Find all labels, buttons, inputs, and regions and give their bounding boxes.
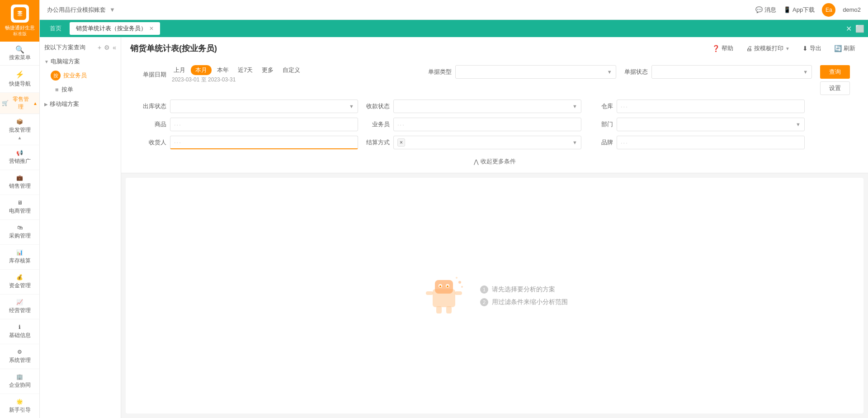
help-label: 帮助 (722, 44, 733, 52)
group-label: 移动端方案 (50, 100, 79, 108)
sidebar-item-label: 批发管理 (9, 126, 31, 134)
settings-button[interactable]: 设置 (820, 81, 850, 95)
help-btn[interactable]: ❓ 帮助 (708, 43, 737, 54)
logo-text: 畅捷通好生意 (5, 24, 35, 31)
workspace-dropdown-icon[interactable]: ▼ (109, 6, 115, 13)
tag-x-close[interactable]: × (400, 139, 403, 146)
app-download-btn[interactable]: 📱 App下载 (783, 6, 815, 14)
settlement-input[interactable]: × ▼ (393, 136, 581, 149)
sidebar-item-retail[interactable]: 🛒 零售管理 ▲ (0, 93, 39, 114)
sidebar-item-system[interactable]: ⚙ 系统管理 (0, 344, 39, 369)
sidebar-item-guide[interactable]: 🌟 新手引导 (0, 394, 39, 418)
inventory-icon: 📊 (16, 249, 23, 256)
scheme-group-mobile: ▶ 移动端方案 (40, 98, 121, 110)
date-tab-7days[interactable]: 近7天 (234, 65, 256, 75)
brand-input[interactable]: ··· (617, 136, 805, 149)
sidebar-item-quick-nav[interactable]: ⚡ 快捷导航 (0, 66, 39, 93)
date-tab-more[interactable]: 更多 (258, 65, 277, 75)
query-button[interactable]: 查询 (820, 65, 850, 79)
refresh-btn[interactable]: 🔄 刷新 (830, 43, 859, 54)
app-download-label: App下载 (793, 6, 815, 14)
receipt-status-select[interactable]: ▼ (393, 100, 581, 113)
print-btn[interactable]: 🖨 按模板打印 ▼ (742, 43, 793, 54)
goods-input[interactable]: ··· (170, 118, 358, 131)
sidebar-item-wholesale[interactable]: 📦 批发管理 ▲ (0, 114, 39, 145)
sidebar-item-label: 资金管理 (9, 282, 31, 290)
dropdown-arrow-icon: ▼ (803, 69, 808, 75)
hint-text-2: 用过滤条件来缩小分析范围 (492, 298, 568, 306)
dropdown-arrow-icon: ▼ (572, 140, 577, 145)
sidebar-item-basic-info[interactable]: ℹ 基础信息 (0, 319, 39, 344)
page-actions: ❓ 帮助 🖨 按模板打印 ▼ ⬇ 导出 🔄 (708, 43, 859, 54)
marketing-icon: 📢 (16, 150, 23, 156)
hint-num-1: 1 (480, 285, 488, 294)
header-right: 💬 消息 📱 App下载 Ea demo2 (755, 3, 861, 17)
collapse-btn[interactable]: ⋀ 收起更多条件 (468, 156, 521, 167)
search-menu-item[interactable]: 🔍 搜索菜单 (0, 42, 39, 66)
group-arrow-icon: ▶ (44, 102, 48, 107)
sidebar-item-label: 基础信息 (9, 332, 31, 339)
avatar[interactable]: Ea (822, 3, 835, 17)
logo[interactable]: 畅捷通好生意 标准版 (0, 0, 39, 42)
sidebar-item-operations[interactable]: 📈 经营管理 (0, 294, 39, 319)
consignee-label: 收货人 (139, 138, 166, 147)
scheme-dot-icon: 按 (51, 71, 61, 81)
date-tab-custom[interactable]: 自定义 (279, 65, 304, 75)
bill-type-select[interactable]: ▼ (455, 65, 616, 79)
scheme-item-by-order[interactable]: ≡ 按单 (40, 83, 121, 96)
quick-nav-icon: ⚡ (15, 70, 24, 79)
add-scheme-icon[interactable]: + (98, 44, 101, 51)
sidebar-item-marketing[interactable]: 📢 营销推广 (0, 145, 39, 170)
date-tab-current-year[interactable]: 本年 (213, 65, 232, 75)
salesperson-dots: ··· (397, 121, 405, 128)
sidebar-item-label: 零售管理 (10, 95, 31, 111)
sidebar-item-ecommerce[interactable]: 🖥 电商管理 (0, 195, 39, 220)
date-tab-last-month[interactable]: 上月 (170, 65, 189, 75)
workspace-title: 办公用品行业模拟账套 (47, 6, 106, 14)
tab-home[interactable]: 首页 (43, 22, 68, 35)
sidebar-item-label: 电商管理 (9, 207, 31, 215)
hint-text-1: 请先选择要分析的方案 (492, 285, 555, 294)
dept-label: 部门 (586, 120, 613, 128)
consignee-input[interactable]: ··· (170, 136, 358, 149)
collapse-panel-icon[interactable]: « (113, 44, 116, 51)
bill-status-select[interactable]: ▼ (651, 65, 812, 79)
close-all-icon[interactable]: ✕ (846, 24, 852, 33)
date-label: 单据日期 (139, 71, 166, 79)
dept-select[interactable]: ▼ (617, 118, 805, 131)
top-header: 办公用品行业模拟账套 ▼ 💬 消息 📱 App下载 Ea demo2 (40, 0, 868, 20)
scheme-item-by-salesperson[interactable]: 按 按业务员 (40, 68, 121, 83)
sidebar-item-label: 库存核算 (9, 257, 31, 265)
scheme-group-desktop-title[interactable]: ▼ 电脑端方案 (40, 55, 121, 68)
svg-rect-8 (446, 306, 452, 314)
tab-close-icon[interactable]: ✕ (149, 26, 154, 31)
sidebar-item-enterprise[interactable]: 🏢 企业协同 (0, 369, 39, 394)
message-btn[interactable]: 💬 消息 (755, 6, 776, 14)
sidebar-item-finance[interactable]: 💰 资金管理 (0, 270, 39, 294)
sidebar-item-inventory[interactable]: 📊 库存核算 (0, 245, 39, 270)
logo-sub: 标准版 (13, 31, 27, 37)
message-label: 消息 (764, 6, 776, 14)
wholesale-icon: 📦 (16, 119, 23, 125)
svg-point-13 (461, 286, 463, 288)
filter-area: 单据日期 上月 本月 本年 近7天 更多 自定义 20 (130, 60, 859, 173)
restore-icon[interactable]: ⬜ (855, 24, 864, 33)
export-btn[interactable]: ⬇ 导出 (799, 43, 825, 54)
sidebar-item-purchase[interactable]: 🛍 采购管理 (0, 220, 39, 245)
sub-icon: ≡ (55, 86, 59, 93)
out-status-select[interactable]: ▼ (170, 100, 358, 113)
empty-hint-1: 1 请先选择要分析的方案 (480, 285, 568, 294)
sidebar-item-label: 销售管理 (9, 182, 31, 190)
dropdown-arrow-icon: ▼ (607, 69, 612, 75)
warehouse-dots: ··· (621, 103, 628, 110)
help-icon: ❓ (712, 45, 720, 52)
date-tab-current-month[interactable]: 本月 (191, 65, 212, 75)
warehouse-input[interactable]: ··· (617, 100, 805, 113)
sidebar-item-sales[interactable]: 💼 销售管理 (0, 170, 39, 195)
group-label: 电脑端方案 (51, 57, 80, 66)
salesperson-input[interactable]: ··· (393, 118, 581, 131)
svg-rect-9 (426, 291, 433, 295)
tab-sales-report[interactable]: 销货单统计表（按业务员） ✕ (70, 22, 160, 35)
settings-scheme-icon[interactable]: ⚙ (104, 44, 110, 51)
scheme-group-mobile-title[interactable]: ▶ 移动端方案 (40, 98, 121, 110)
